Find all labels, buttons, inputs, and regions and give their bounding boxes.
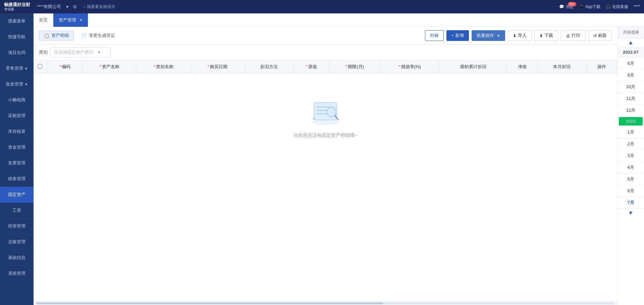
- col-purchase-date: *购买日期: [191, 60, 245, 73]
- month-item-1[interactable]: 1月: [618, 126, 644, 138]
- tab-bar: 首页 资产管理 ✕: [34, 13, 644, 27]
- sidebar-item-operations-mgmt[interactable]: 经营管理: [0, 218, 34, 234]
- month-item-4[interactable]: 4月: [618, 162, 644, 173]
- month-item-2[interactable]: 2月: [618, 138, 644, 150]
- col-monthly-depreciation: 本月折旧: [537, 60, 586, 73]
- empty-state-text: 当前您还没有固定资产明细哦~: [293, 133, 357, 139]
- month-item-3[interactable]: 3月: [618, 150, 644, 162]
- month-item-5[interactable]: 5月: [618, 173, 644, 185]
- sidebar-item-general-ledger[interactable]: 总账管理: [0, 234, 34, 250]
- retail-mgmt-arrow-icon: ▼: [24, 67, 28, 70]
- col-residual-rate: *残值率(%): [380, 60, 439, 73]
- month-item-9[interactable]: 9月: [618, 69, 644, 81]
- sidebar-item-search-menu[interactable]: 搜索菜单: [0, 13, 34, 29]
- sidebar-item-small-ecom[interactable]: 小畅电商: [0, 92, 34, 108]
- year-2023-label[interactable]: 2023: [619, 117, 643, 126]
- mobile-icon: 📱: [579, 4, 584, 9]
- reconcile-button[interactable]: 对账: [425, 30, 444, 41]
- col-code: *编码: [47, 60, 83, 73]
- headset-icon: 🎧: [606, 4, 611, 9]
- company-chevron-icon[interactable]: ▼: [65, 4, 69, 9]
- sidebar-item-retail-mgmt[interactable]: 零售管理 ▼: [0, 61, 34, 77]
- batch-operation-button[interactable]: 批量操作 ▼: [472, 30, 505, 41]
- top-bar-right: 💬 消息 99+ 📱 App下载 🎧 在线客服 ****: [559, 4, 640, 10]
- category-select-chevron-icon: ▼: [97, 50, 101, 54]
- col-depreciation-method: 折旧方法: [245, 60, 293, 73]
- tab-home[interactable]: 首页: [34, 13, 53, 27]
- sidebar-item-basic-info[interactable]: 基础信息: [0, 250, 34, 266]
- col-asset-name: *资产名称: [83, 60, 137, 73]
- month-item-12[interactable]: 12月: [618, 105, 644, 116]
- category-filter-select[interactable]: 请选择固定资产类别 ▼: [50, 47, 111, 57]
- message-icon: 💬: [559, 4, 564, 9]
- user-account[interactable]: ****: [634, 4, 640, 9]
- month-panel-header: 月份选择: [618, 27, 644, 38]
- settings-gear-icon[interactable]: ⚙: [73, 4, 77, 9]
- wholesale-mgmt-arrow-icon: ▼: [24, 83, 28, 86]
- sidebar: 搜索菜单 快捷导航 项目合同 零售管理 ▼ 批发管理 ▼ 小畅电商 采购管理 库…: [0, 13, 34, 305]
- page-content: 📋 资产明细 📄 变更生成凭证 对账 + 新增: [34, 27, 644, 305]
- col-operation: 操作: [586, 60, 617, 73]
- sidebar-item-sys-mgmt[interactable]: 系统管理: [0, 266, 34, 282]
- sub-tab-asset-detail[interactable]: 📋 资产明细: [39, 31, 74, 41]
- tab-asset-mgmt[interactable]: 资产管理 ✕: [53, 13, 88, 27]
- sidebar-item-payroll[interactable]: 工资: [0, 203, 34, 218]
- demo-link[interactable]: 我要看实例演示: [83, 4, 115, 10]
- month-item-6[interactable]: 6月: [618, 185, 644, 197]
- empty-state-illustration: [305, 94, 345, 127]
- month-nav-down[interactable]: ▼: [618, 209, 644, 217]
- svg-point-7: [327, 108, 335, 116]
- col-checkbox: [34, 60, 47, 73]
- print-button[interactable]: 🖨 打印: [561, 30, 585, 41]
- sidebar-item-funds-mgmt[interactable]: 资金管理: [0, 140, 34, 155]
- print-icon: 🖨: [566, 33, 570, 38]
- sidebar-item-quick-nav[interactable]: 快捷导航: [0, 29, 34, 45]
- app-name: 畅捷通好业财: [4, 2, 30, 7]
- refresh-icon: ↺: [593, 33, 597, 38]
- col-accumulated-depreciation: 期初累计折旧: [439, 60, 507, 73]
- message-button[interactable]: 💬 消息 99+: [559, 4, 574, 10]
- category-filter-placeholder: 请选择固定资产类别: [54, 49, 93, 55]
- filter-row: 类别 请选择固定资产类别 ▼: [34, 45, 617, 60]
- add-button[interactable]: + 新增: [446, 30, 469, 41]
- refresh-button[interactable]: ↺ 刷新: [588, 30, 612, 41]
- month-panel: 月份选择 ▲ 2022.07 8月 9月 10月 11月 12月 2023 1月…: [617, 27, 644, 305]
- col-category-name: *类别名称: [137, 60, 191, 73]
- sidebar-item-wholesale-mgmt[interactable]: 批发管理 ▼: [0, 77, 34, 92]
- bottom-scrollbar[interactable]: [34, 301, 617, 305]
- month-item-11[interactable]: 11月: [618, 93, 644, 105]
- top-bar: 畅捷通好业财 专业版 ****有限公司 ▼ ⚙ 我要看实例演示 💬 消息 99+…: [0, 0, 644, 13]
- download-button[interactable]: ⬇ 下载: [534, 30, 558, 41]
- sidebar-item-fixed-assets[interactable]: 固定资产: [0, 187, 34, 203]
- sub-tab-change-voucher[interactable]: 📄 变更生成凭证: [76, 31, 120, 41]
- scroll-track[interactable]: [36, 302, 614, 304]
- batch-chevron-icon: ▼: [497, 34, 500, 38]
- empty-state: 当前您还没有固定资产明细哦~: [34, 73, 617, 159]
- sidebar-item-project-contract[interactable]: 项目合同: [0, 45, 34, 61]
- sidebar-item-purchase-mgmt[interactable]: 采购管理: [0, 108, 34, 124]
- online-service-button[interactable]: 🎧 在线客服: [606, 4, 628, 10]
- tab-close-icon[interactable]: ✕: [79, 18, 83, 22]
- month-item-8[interactable]: 8月: [618, 58, 644, 69]
- sidebar-item-inventory[interactable]: 库存核算: [0, 124, 34, 140]
- year-2022-label[interactable]: 2022.07: [618, 47, 644, 58]
- month-item-10[interactable]: 10月: [618, 81, 644, 93]
- asset-detail-icon: 📋: [44, 33, 49, 38]
- month-nav-up[interactable]: ▲: [618, 38, 644, 47]
- sidebar-item-invoice-mgmt[interactable]: 发票管理: [0, 155, 34, 171]
- app-download-button[interactable]: 📱 App下载: [579, 4, 600, 10]
- message-badge: 99+: [568, 2, 576, 6]
- sidebar-item-tax-mgmt[interactable]: 税务管理: [0, 171, 34, 187]
- import-button[interactable]: ⬇ 导入: [508, 30, 532, 41]
- sub-tab-bar: 📋 资产明细 📄 变更生成凭证 对账 + 新增: [34, 27, 617, 45]
- import-icon: ⬇: [513, 33, 517, 38]
- company-name: ****有限公司: [37, 4, 61, 10]
- app-edition: 专业版: [4, 7, 30, 11]
- app-logo: 畅捷通好业财 专业版: [4, 2, 30, 11]
- main-layout: 搜索菜单 快捷导航 项目合同 零售管理 ▼ 批发管理 ▼ 小畅电商 采购管理 库…: [0, 13, 644, 305]
- main-panel: 📋 资产明细 📄 变更生成凭证 对账 + 新增: [34, 27, 617, 305]
- select-all-checkbox[interactable]: [38, 64, 42, 68]
- month-item-7[interactable]: 7月: [618, 197, 644, 209]
- table-header-row: *编码 *资产名称 *类别名称 *购买日期: [34, 60, 617, 73]
- scroll-thumb[interactable]: [36, 302, 383, 304]
